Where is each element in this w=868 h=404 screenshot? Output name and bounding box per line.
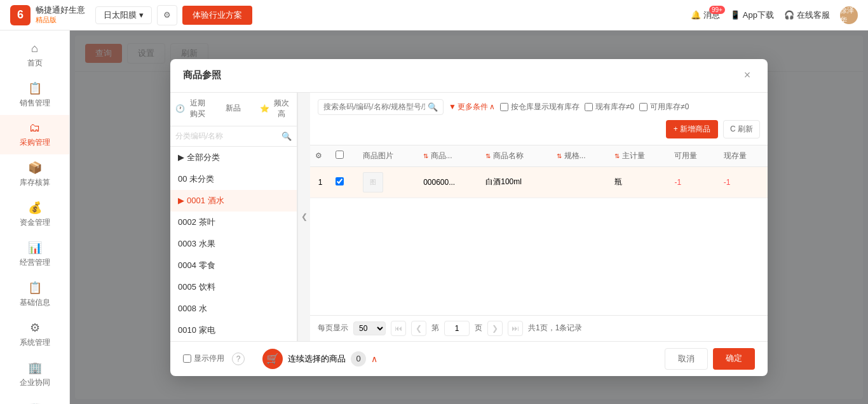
page-size-select[interactable]: 50 100 200 [353,321,386,335]
trial-button[interactable]: 体验行业方案 [182,6,252,25]
sidebar-item-label: 销售管理 [20,98,50,109]
col-header-available: 可用量 [669,145,718,167]
next-page-button[interactable]: ❯ [487,321,503,336]
sort-icon-unit: ⇅ [614,152,620,159]
col-header-unit[interactable]: ⇅ 主计量 [609,145,669,167]
category-item-00[interactable]: 00 未分类 [170,168,297,190]
user-profile[interactable]: 徐泽华 [840,6,858,24]
category-item-0003[interactable]: 0003 水果 [170,233,297,255]
row-unit-cell: 瓶 [609,166,669,198]
cart-collapse-icon[interactable]: ∧ [371,354,377,364]
row-code-cell: 000600... [418,166,480,198]
prev-page-button[interactable]: ❮ [411,321,426,336]
sidebar-item-purchase[interactable]: 🗂 采购管理 [0,115,69,154]
company-dropdown[interactable]: 日太阳膜 ▾ [95,6,152,24]
sidebar-item-guide[interactable]: 📖 新手引导 [0,394,69,404]
sidebar-item-sales[interactable]: 📋 销售管理 [0,75,69,115]
pagination-bar: 每页显示 50 100 200 ⏮ ❮ 第 页 ❯ [310,315,768,341]
page-size-label: 每页显示 [318,323,348,333]
column-settings-icon: ⚙ [315,151,322,160]
app-download-link[interactable]: 📱 App下载 [730,10,774,21]
show-disabled-checkbox[interactable] [183,354,191,363]
product-search-input[interactable] [323,102,425,111]
first-page-button[interactable]: ⏮ [391,321,406,336]
modal-overlay: 商品参照 × 🕐 近期购买 新品 [70,30,868,404]
home-icon: ⌂ [31,42,38,55]
avatar: 徐泽华 [840,6,858,24]
sidebar-item-label: 经营管理 [20,257,50,268]
cancel-button[interactable]: 取消 [665,348,708,370]
inventory-icon: 📦 [28,161,42,175]
notification-bell[interactable]: 🔔 消息 99+ [691,10,720,21]
page-number-input[interactable] [444,321,470,336]
category-item-0002[interactable]: 0002 茶叶 [170,212,297,233]
tab-frequent[interactable]: ⭐ 频次高 [255,93,297,126]
sidebar-item-enterprise[interactable]: 🏢 企业协同 [0,354,69,394]
category-item-0001[interactable]: ▶ 0001 酒水 [170,190,297,212]
nav-right-area: 🔔 消息 99+ 📱 App下载 🎧 在线客服 徐泽华 [691,6,858,24]
sidebar-item-capital[interactable]: 💰 资金管理 [0,194,69,234]
tab-recent-purchase[interactable]: 🕐 近期购买 [170,93,212,126]
product-table-wrap: ⚙ 商品图片 [310,145,768,315]
customer-service-link[interactable]: 🎧 在线客服 [784,10,830,21]
confirm-button[interactable]: 确定 [713,348,755,370]
last-page-button[interactable]: ⏭ [508,321,523,336]
filter-icon: ▼ [449,102,456,111]
nonzero-stock-checkbox[interactable] [585,103,593,111]
expand-arrow: ▶ [178,152,184,162]
row-index: 1 [310,166,330,198]
main-content: 查询 设置 刷新 商品参照 × [70,30,868,404]
sidebar-item-basic[interactable]: 📋 基础信息 [0,274,69,314]
modal-footer: 显示停用 ? 🛒 连续选择的商品 0 ∧ 取消 确定 [170,341,768,376]
sidebar-item-home[interactable]: ⌂ 首页 [0,36,69,75]
enterprise-icon: 🏢 [28,361,42,375]
row-spec-cell [552,166,609,198]
filter-collapse-icon: ∧ [489,102,495,111]
col-header-name[interactable]: ⇅ 商品名称 [480,145,552,167]
category-item-0010[interactable]: 0010 家电 [170,320,297,341]
search-magnifier-icon: 🔍 [428,102,438,112]
col-header-code[interactable]: ⇅ 商品... [418,145,480,167]
nonzero-stock-checkbox-group: 现有库存≠0 [585,102,634,112]
table-row[interactable]: 1 图 000600... 白酒100ml [310,166,768,198]
product-search-box: 🔍 [318,99,444,115]
row-stock-cell: -1 [719,166,768,198]
tab-new-product[interactable]: 新品 [212,93,254,126]
more-conditions-button[interactable]: ▼ 更多条件 ∧ [449,102,495,112]
refresh-button[interactable]: C 刷新 [723,120,760,138]
sidebar-item-system[interactable]: ⚙ 系统管理 [0,314,69,354]
warehouse-stock-checkbox[interactable] [500,103,508,111]
sidebar-item-operations[interactable]: 📊 经营管理 [0,234,69,274]
cart-label: 连续选择的商品 [288,353,346,365]
collapse-panel-button[interactable]: ❮ [297,93,310,341]
sidebar-item-label: 基础信息 [20,297,50,308]
operations-icon: 📊 [28,241,42,255]
add-product-button[interactable]: + 新增商品 [666,120,718,138]
category-tabs: 🕐 近期购买 新品 ⭐ 频次高 [170,93,297,126]
col-header-settings[interactable]: ⚙ [310,145,330,167]
clock-icon: 🕐 [175,104,185,113]
modal-close-button[interactable]: × [740,68,755,83]
col-header-spec[interactable]: ⇅ 规格... [552,145,609,167]
help-icon[interactable]: ? [232,353,245,365]
category-panel: 🕐 近期购买 新品 ⭐ 频次高 [170,93,297,341]
category-item-all[interactable]: ▶ 全部分类 [170,147,297,168]
select-all-checkbox[interactable] [336,151,344,159]
row-checkbox[interactable] [336,177,344,185]
available-nonzero-checkbox[interactable] [639,103,648,111]
category-item-0008[interactable]: 0008 水 [170,298,297,320]
category-item-0004[interactable]: 0004 零食 [170,255,297,276]
category-item-0005[interactable]: 0005 饮料 [170,276,297,298]
sort-icon-spec: ⇅ [557,152,562,159]
page-label: 第 [431,323,439,333]
chevron-down-icon: ▾ [139,10,144,20]
app-body: ⌂ 首页 📋 销售管理 🗂 采购管理 📦 库存核算 💰 资金管理 📊 经营管理 … [0,30,868,404]
sidebar-item-inventory[interactable]: 📦 库存核算 [0,154,69,194]
category-search-input[interactable] [175,131,279,140]
settings-icon[interactable]: ⚙ [157,5,177,25]
cart-icon[interactable]: 🛒 [262,349,283,369]
purchase-icon: 🗂 [29,121,41,135]
notification-badge: 99+ [709,6,725,14]
product-toolbar: 🔍 ▼ 更多条件 ∧ 按仓库显示现有库存 [310,93,768,145]
sidebar-item-label: 采购管理 [20,137,50,148]
